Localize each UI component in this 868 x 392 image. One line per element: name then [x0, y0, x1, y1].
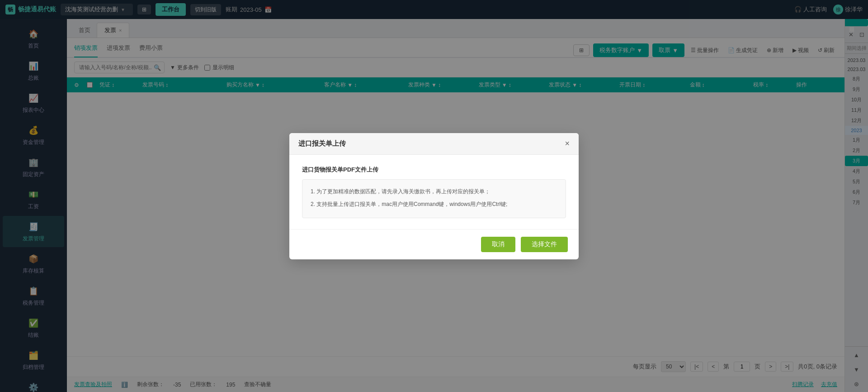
modal-cancel-button[interactable]: 取消	[481, 237, 515, 252]
modal-title: 进口报关单上传	[298, 139, 346, 148]
modal-header: 进口报关单上传 ×	[289, 133, 579, 155]
modal-instruction-2: 2. 支持批量上传进口报关单，mac用户使用Command键，windows用户…	[311, 199, 557, 210]
modal-dialog: 进口报关单上传 × 进口货物报关单PDF文件上传 1. 为了更加精准的数据匹配，…	[289, 133, 579, 259]
modal-instruction-1: 1. 为了更加精准的数据匹配，请先录入海关缴款书，再上传对应的报关单；	[311, 186, 557, 197]
modal-body: 进口货物报关单PDF文件上传 1. 为了更加精准的数据匹配，请先录入海关缴款书，…	[289, 155, 579, 229]
modal-overlay[interactable]: 进口报关单上传 × 进口货物报关单PDF文件上传 1. 为了更加精准的数据匹配，…	[0, 0, 868, 392]
modal-select-file-button[interactable]: 选择文件	[521, 237, 568, 252]
modal-footer: 取消 选择文件	[289, 229, 579, 259]
modal-close-button[interactable]: ×	[565, 139, 570, 148]
modal-section-title: 进口货物报关单PDF文件上传	[302, 166, 566, 174]
modal-info-box: 1. 为了更加精准的数据匹配，请先录入海关缴款书，再上传对应的报关单； 2. 支…	[302, 179, 566, 218]
